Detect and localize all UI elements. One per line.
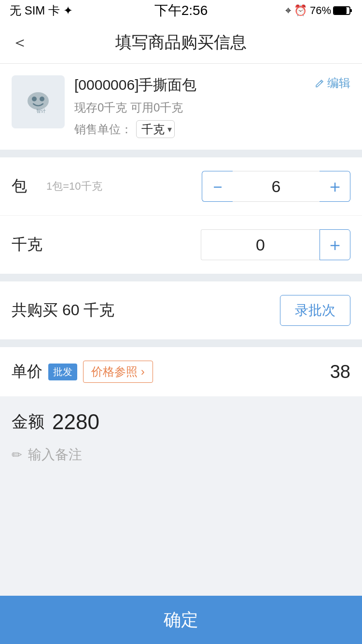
- note-icon: ✏: [12, 448, 22, 462]
- status-time: 下午2:56: [154, 1, 208, 20]
- pifa-tag: 批发: [48, 364, 77, 380]
- kg-qty-controls: ＋: [201, 229, 350, 260]
- svg-point-4: [32, 97, 37, 101]
- divider-3: [0, 339, 362, 347]
- bao-hint: 1包=10千克: [46, 179, 202, 194]
- svg-point-3: [28, 92, 49, 110]
- note-row[interactable]: ✏ 输入备注: [12, 436, 350, 474]
- location-icon: ⌖: [285, 4, 291, 17]
- product-thumbnail: 智计: [12, 75, 65, 128]
- product-info: [0000006]手撕面包 编辑 现存0千克 可用0千克 销售单位： 千克 包: [74, 75, 350, 138]
- product-header-row: [0000006]手撕面包 编辑: [74, 75, 350, 95]
- product-card: 智计 [0000006]手撕面包 编辑 现存0千克 可用0千克 销售单位： 千克…: [0, 64, 362, 150]
- sim-status: 无 SIM 卡 ✦: [10, 3, 73, 18]
- kg-label: 千克: [12, 234, 42, 255]
- page-header: ＜ 填写商品购买信息: [0, 21, 362, 64]
- alarm-icon: ⏰: [294, 4, 307, 17]
- kg-quantity-row: 千克 ＋: [0, 216, 362, 274]
- bao-quantity-row: 包 1包=10千克 － ＋: [0, 157, 362, 216]
- unit-label: 销售单位：: [74, 122, 132, 137]
- bao-qty-controls: － ＋: [202, 171, 350, 202]
- price-label: 单价: [12, 361, 42, 382]
- bao-qty-input[interactable]: [233, 171, 320, 202]
- amount-label: 金额: [12, 411, 44, 433]
- svg-rect-1: [350, 9, 352, 12]
- price-value: 38: [330, 362, 350, 382]
- divider-2: [0, 274, 362, 281]
- svg-point-5: [40, 97, 44, 101]
- page-title: 填写商品购买信息: [115, 31, 247, 54]
- confirm-button[interactable]: 确定: [0, 596, 362, 644]
- product-name: [0000006]手撕面包: [74, 75, 196, 95]
- bao-minus-button[interactable]: －: [202, 171, 233, 202]
- kg-plus-button[interactable]: ＋: [320, 229, 350, 260]
- bao-label: 包: [12, 176, 41, 197]
- battery-percent: 76%: [310, 4, 331, 17]
- status-bar: 无 SIM 卡 ✦ 下午2:56 ⌖ ⏰ 76%: [0, 0, 362, 21]
- quantity-section: 包 1包=10千克 － ＋ 千克 ＋: [0, 157, 362, 274]
- battery-icon: [333, 6, 352, 15]
- unit-select-wrap[interactable]: 千克 包: [136, 120, 175, 138]
- product-unit-row: 销售单位： 千克 包: [74, 120, 350, 138]
- price-left: 单价 批发 价格参照 ›: [12, 361, 153, 383]
- note-text: 输入备注: [28, 446, 82, 464]
- amount-row: 金额 2280: [12, 410, 350, 434]
- product-stock: 现存0千克 可用0千克: [74, 100, 350, 115]
- total-row: 共购买 60 千克 录批次: [0, 281, 362, 339]
- amount-section: 金额 2280 ✏ 输入备注: [0, 396, 362, 474]
- back-button[interactable]: ＜: [12, 31, 28, 54]
- kg-qty-input[interactable]: [201, 229, 320, 260]
- svg-rect-2: [334, 7, 347, 14]
- main-content-area: [0, 474, 362, 596]
- edit-button[interactable]: 编辑: [315, 75, 350, 91]
- price-section: 单价 批发 价格参照 › 38: [0, 347, 362, 396]
- battery-indicator: 76%: [310, 4, 352, 17]
- status-right: ⌖ ⏰ 76%: [285, 4, 352, 17]
- price-ref-button[interactable]: 价格参照 ›: [83, 361, 153, 383]
- unit-select[interactable]: 千克 包: [136, 120, 175, 138]
- status-left: 无 SIM 卡 ✦: [10, 3, 73, 18]
- divider-1: [0, 150, 362, 157]
- total-text: 共购买 60 千克: [12, 300, 114, 321]
- svg-text:智计: 智计: [36, 108, 46, 113]
- bao-plus-button[interactable]: ＋: [320, 171, 350, 202]
- edit-icon: [315, 78, 325, 88]
- amount-value: 2280: [52, 410, 99, 434]
- batch-button[interactable]: 录批次: [280, 295, 350, 326]
- edit-label: 编辑: [327, 75, 350, 91]
- product-logo-icon: 智计: [24, 87, 53, 116]
